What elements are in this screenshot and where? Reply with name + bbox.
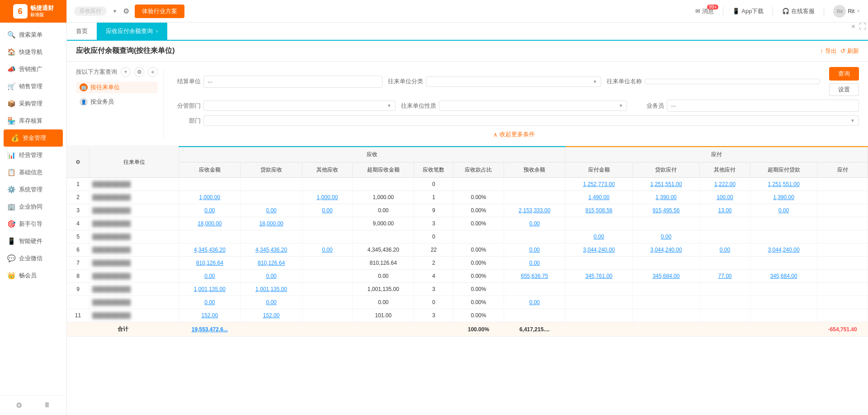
cell-7-3[interactable]: 0.00 [241,270,302,283]
cell-5-4[interactable]: 0.00 [302,243,352,257]
window-expand-button[interactable]: ⛶ [859,23,866,40]
cell-1-4[interactable]: 1,000.00 [302,191,352,204]
settlement-unit-input[interactable]: ··· [203,76,382,88]
sidebar-item-sales[interactable]: 🛒 销售管理 [0,78,66,95]
cell-9-2[interactable]: 0.00 [179,296,241,309]
cell-0-9[interactable]: 1,252,773.00 [565,178,632,191]
cell-5-3[interactable]: 4,345,436.20 [241,243,302,257]
cell-9-3[interactable]: 0.00 [241,296,302,309]
sidebar-item-basic-info[interactable]: 📋 基础信息 [0,164,66,181]
cell-7-12[interactable]: 345,684.00 [750,270,817,283]
sidebar-item-inventory[interactable]: 🏪 库存核算 [0,112,66,129]
cell-3-8[interactable]: 0.00 [504,217,565,230]
sidebar-item-management[interactable]: 📊 经营管理 [0,147,66,164]
filter-add-button[interactable]: + [121,67,131,77]
cell-1-2[interactable]: 1,000.00 [179,191,241,204]
sidebar-item-smart-hw[interactable]: 📱 智能硬件 [0,233,66,250]
cell-2-10[interactable]: 915,495.56 [632,204,700,217]
cell-1-11[interactable]: 100.00 [700,191,750,204]
cell-5-12[interactable]: 3,044,240.00 [750,243,817,257]
filter-collapse-button[interactable]: « [148,67,158,77]
table-container[interactable]: ⚙ 往来单位 应收 应付 应收金额 贷款应收 其他应收 超期应收金额 应收笔数 … [67,146,868,415]
th-ar-loan[interactable]: 贷款应收 [241,162,302,178]
th-ar-count[interactable]: 应收笔数 [414,162,453,178]
cell-9-8[interactable]: 0.00 [504,296,565,309]
cell-2-9[interactable]: 915,508.56 [565,204,632,217]
sidebar-item-enterprise-wx[interactable]: 💬 企业微信 [0,250,66,267]
query-button[interactable]: 查询 [829,67,859,81]
cell-0-12[interactable]: 1,251,551.00 [750,178,817,191]
cell-2-8[interactable]: 2,153,333.00 [504,204,565,217]
header-dropdown-icon[interactable]: ▼ [112,8,118,14]
th-settings[interactable]: ⚙ [67,147,90,178]
cell-7-9[interactable]: 345,761.00 [565,270,632,283]
partner-nature-input[interactable]: ▼ [439,100,627,111]
sidebar-item-search-menu[interactable]: 🔍 搜索菜单 [0,26,66,43]
cell-5-8[interactable]: 0.00 [504,243,565,257]
th-ar-amount[interactable]: 应收金额 [179,162,241,178]
partner-name-input[interactable] [645,79,820,84]
export-button[interactable]: ↑ 导出 [821,47,837,55]
cell-3-3[interactable]: 18,000.00 [241,217,302,230]
cell-1-12[interactable]: 1,390.00 [750,191,817,204]
cell-0-11[interactable]: 1,222.00 [700,178,750,191]
sidebar-collapse-icon[interactable]: ⏸ [43,401,51,410]
cell-3-2[interactable]: 18,000.00 [179,217,241,230]
th-ap-loan[interactable]: 贷款应付 [632,162,700,178]
settings-button[interactable]: 设置 [829,83,859,96]
cell-1-10[interactable]: 1,390.00 [632,191,700,204]
th-ar-overdue[interactable]: 超期应收金额 [353,162,414,178]
cell-8-2[interactable]: 1,001,135.00 [179,283,241,296]
th-ar-ratio[interactable]: 应收款占比 [453,162,504,178]
partner-category-input[interactable]: ▼ [426,76,601,87]
app-download-button[interactable]: 📱 App下载 [732,7,764,15]
sidebar-settings-icon[interactable]: ⚙ [16,401,22,410]
sidebar-item-purchase[interactable]: 📦 采购管理 [0,95,66,112]
settings-gear-icon[interactable]: ⚙ [123,7,129,15]
cell-10-3[interactable]: 152.00 [241,309,302,322]
scheme-by-partner[interactable]: 🏢 按往来单位 [76,81,158,93]
collapse-more-button[interactable]: ∧ 收起更多条件 [169,129,859,140]
cell-10-2[interactable]: 152.00 [179,309,241,322]
th-ap-overdue-loan[interactable]: 超期应付贷款 [750,162,817,178]
cell-8-3[interactable]: 1,001,135.00 [241,283,302,296]
table-settings-icon[interactable]: ⚙ [75,159,80,165]
cell-5-11[interactable]: 0.00 [700,243,750,257]
cell-2-11[interactable]: 13.00 [700,204,750,217]
cell-4-10[interactable]: 0.00 [632,230,700,243]
filter-settings-scheme-button[interactable]: ⚙ [134,67,144,77]
cell-7-2[interactable]: 0.00 [179,270,241,283]
cell-7-10[interactable]: 345,684.00 [632,270,700,283]
cell-7-11[interactable]: 77.00 [700,270,750,283]
cell-7-8[interactable]: 655,636.75 [504,270,565,283]
cell-5-2[interactable]: 4,345,436.20 [179,243,241,257]
online-service-button[interactable]: 🎧 在线客服 [782,7,815,15]
cell-5-10[interactable]: 3,044,240.00 [632,243,700,257]
cell-6-8[interactable]: 0.00 [504,257,565,270]
tab-home[interactable]: 首页 [67,23,97,41]
sidebar-item-quick-nav[interactable]: 🏠 快捷导航 [0,43,66,61]
tab-ar-ap-query[interactable]: 应收应付余额查询 × [97,23,167,41]
scheme-by-salesperson[interactable]: 👤 按业务员 [76,96,158,108]
industry-solution-button[interactable]: 体验行业方案 [135,5,184,18]
cell-4-9[interactable]: 0.00 [565,230,632,243]
cell-2-2[interactable]: 0.00 [179,204,241,217]
window-close-button[interactable]: × [851,23,855,40]
salesperson-input[interactable]: ··· [667,100,859,112]
tab-close-icon[interactable]: × [156,29,158,34]
managing-dept-input[interactable]: ▼ [203,100,396,111]
sidebar-item-finance[interactable]: 💰 资金管理 [4,129,63,147]
sidebar-item-beginner-guide[interactable]: 🎯 新手引导 [0,215,66,233]
sidebar-item-system[interactable]: ⚙️ 系统管理 [0,181,66,198]
cell-5-9[interactable]: 3,044,240.00 [565,243,632,257]
cell-6-3[interactable]: 810,126.64 [241,257,302,270]
cell-6-2[interactable]: 810,126.64 [179,257,241,270]
cell-2-12[interactable]: 0.00 [750,204,817,217]
sidebar-item-enterprise-collab[interactable]: 🏢 企业协同 [0,198,66,215]
sidebar-item-vip[interactable]: 👑 畅会员 [0,267,66,284]
cell-2-3[interactable]: 0.00 [241,204,302,217]
message-button[interactable]: ✉ 消息 99+ [695,7,714,15]
th-ap-other[interactable]: 其他应付 [700,162,750,178]
user-menu-button[interactable]: Rit Rit ▼ [833,5,861,18]
cell-1-9[interactable]: 1,490.00 [565,191,632,204]
